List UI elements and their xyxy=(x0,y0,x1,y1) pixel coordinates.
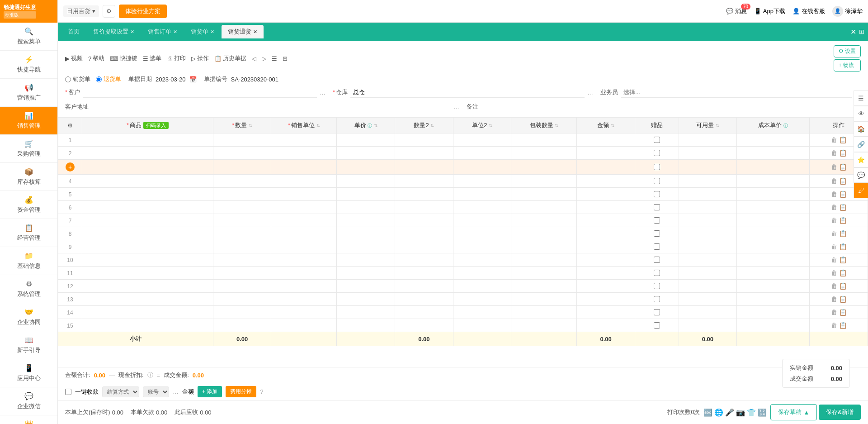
unit2-cell[interactable] xyxy=(453,280,511,293)
cost-cell[interactable] xyxy=(737,240,810,253)
note-input[interactable] xyxy=(481,101,861,112)
qty2-cell[interactable] xyxy=(395,293,453,306)
cost-cell[interactable] xyxy=(737,133,810,147)
right-panel-item-3[interactable]: 🏠 xyxy=(854,121,868,137)
unit2-cell[interactable] xyxy=(453,147,511,160)
product-cell[interactable] xyxy=(82,201,213,214)
pkgqty-cell[interactable] xyxy=(511,253,577,267)
delete-row-icon[interactable]: 🗑 xyxy=(831,230,837,237)
customer-more-icon[interactable]: … xyxy=(320,89,326,96)
toolbar-icon-5[interactable]: 👕 xyxy=(747,408,756,417)
tab-销售订单[interactable]: 销售订单✕ xyxy=(142,25,184,38)
quantity-cell[interactable] xyxy=(213,267,271,280)
pkgqty-cell[interactable] xyxy=(511,214,577,227)
delete-row-icon[interactable]: 🗑 xyxy=(831,269,837,276)
available-cell[interactable] xyxy=(679,253,737,267)
amount-cell[interactable] xyxy=(577,175,635,188)
copy-row-icon[interactable]: 📋 xyxy=(839,230,847,237)
grid-view-icon[interactable]: ⊞ xyxy=(283,55,288,62)
online-service-button[interactable]: 👤 在线客服 xyxy=(793,7,825,15)
unit2-cell[interactable] xyxy=(453,133,511,147)
warehouse-more-icon[interactable]: … xyxy=(587,89,593,96)
history-action[interactable]: 📋 历史单据 xyxy=(214,54,246,62)
product-cell[interactable] xyxy=(82,175,213,188)
gift-cell[interactable] xyxy=(635,267,679,280)
sidebar-item-finance[interactable]: 💰 资金管理 xyxy=(0,191,57,219)
account-more-icon[interactable]: … xyxy=(173,388,179,395)
settings-button[interactable]: ⚙ 设置 xyxy=(834,45,861,57)
price-cell[interactable] xyxy=(337,253,395,267)
copy-row-icon[interactable]: 📋 xyxy=(839,204,847,211)
quantity-cell[interactable] xyxy=(213,293,271,306)
unit-cell[interactable] xyxy=(271,293,337,306)
product-cell[interactable] xyxy=(82,214,213,227)
unit2-cell[interactable] xyxy=(453,214,511,227)
col-settings[interactable]: ⚙ xyxy=(58,118,82,133)
cost-cell[interactable] xyxy=(737,214,810,227)
quantity-cell[interactable] xyxy=(213,306,271,319)
pkgqty-cell[interactable] xyxy=(511,147,577,160)
unit2-cell[interactable] xyxy=(453,253,511,267)
product-cell[interactable] xyxy=(82,133,213,147)
toolbar-icon-3[interactable]: 🎤 xyxy=(725,408,734,417)
quantity-cell[interactable] xyxy=(213,214,271,227)
right-panel-item-4[interactable]: 🔗 xyxy=(854,137,868,152)
product-cell[interactable] xyxy=(82,319,213,332)
actions-cell[interactable]: 🗑 📋 xyxy=(810,253,868,267)
tab-close-icon[interactable]: ✕ xyxy=(210,29,214,35)
pkgqty-cell[interactable] xyxy=(511,306,577,319)
available-sort-icon[interactable]: ⇅ xyxy=(716,123,719,128)
gift-checkbox[interactable] xyxy=(654,309,660,315)
copy-row-icon[interactable]: 📋 xyxy=(839,243,847,250)
delete-row-icon[interactable]: 🗑 xyxy=(831,256,837,263)
quantity-cell[interactable] xyxy=(213,133,271,147)
qty2-cell[interactable] xyxy=(395,267,453,280)
qty2-cell[interactable] xyxy=(395,227,453,240)
product-cell[interactable] xyxy=(82,293,213,306)
unit-cell[interactable] xyxy=(271,280,337,293)
right-panel-item-2[interactable]: 👁 xyxy=(854,106,868,121)
gift-cell[interactable] xyxy=(635,133,679,147)
account-select[interactable]: 账号 xyxy=(143,386,169,397)
product-cell[interactable] xyxy=(82,227,213,240)
quantity-cell[interactable] xyxy=(213,175,271,188)
amount-cell[interactable] xyxy=(577,147,635,160)
toolbar-icon-4[interactable]: 📷 xyxy=(736,408,745,417)
gift-checkbox[interactable] xyxy=(654,137,660,143)
copy-row-icon[interactable]: 📋 xyxy=(839,177,847,185)
cost-cell[interactable] xyxy=(737,201,810,214)
unit2-sort-icon[interactable]: ⇅ xyxy=(489,123,492,128)
actions-cell[interactable]: 🗑 📋 xyxy=(810,227,868,240)
gift-checkbox[interactable] xyxy=(654,270,660,276)
product-cell[interactable] xyxy=(82,267,213,280)
print-action[interactable]: 🖨 打印 xyxy=(167,54,186,62)
product-cell[interactable] xyxy=(82,160,213,175)
available-cell[interactable] xyxy=(679,160,737,175)
unit-cell[interactable] xyxy=(271,253,337,267)
pkgqty-cell[interactable] xyxy=(511,175,577,188)
qty2-cell[interactable] xyxy=(395,253,453,267)
price-cell[interactable] xyxy=(337,240,395,253)
pkgqty-cell[interactable] xyxy=(511,240,577,253)
price-cell[interactable] xyxy=(337,293,395,306)
list-view-icon[interactable]: ☰ xyxy=(272,55,277,62)
discount-info-icon[interactable]: ⓘ xyxy=(147,371,153,379)
product-input[interactable] xyxy=(85,164,210,171)
copy-row-icon[interactable]: 📋 xyxy=(839,295,847,303)
cost-cell[interactable] xyxy=(737,293,810,306)
radio-return[interactable]: 退货单 xyxy=(96,75,121,83)
actions-cell[interactable]: 🗑 📋 xyxy=(810,280,868,293)
product-cell[interactable] xyxy=(82,253,213,267)
add-logistics-button[interactable]: + 物流 xyxy=(834,59,861,71)
amount-cell[interactable] xyxy=(577,319,635,332)
right-panel-item-1[interactable]: ☰ xyxy=(854,91,868,106)
right-panel-item-6[interactable]: 💬 xyxy=(854,167,868,183)
available-cell[interactable] xyxy=(679,293,737,306)
quantity-cell[interactable] xyxy=(213,147,271,160)
gift-cell[interactable] xyxy=(635,293,679,306)
gift-checkbox[interactable] xyxy=(654,178,660,184)
quantity-cell[interactable] xyxy=(213,201,271,214)
price-cell[interactable] xyxy=(337,280,395,293)
unit2-cell[interactable] xyxy=(453,306,511,319)
user-menu[interactable]: 👤 徐泽华 xyxy=(832,6,863,17)
